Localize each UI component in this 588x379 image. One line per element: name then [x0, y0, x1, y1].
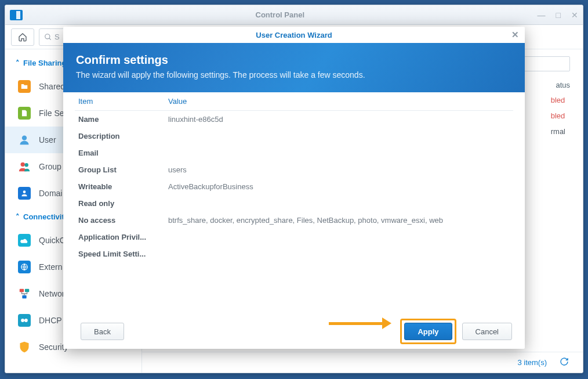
- section-label: Connectivity: [23, 212, 68, 221]
- group-icon: [18, 160, 31, 173]
- user-icon: [18, 133, 31, 146]
- user-creation-wizard: User Creation Wizard ✕ Confirm settings …: [63, 27, 525, 349]
- svg-point-3: [24, 163, 28, 167]
- search-placeholder: S: [55, 33, 60, 41]
- cancel-button[interactable]: Cancel: [462, 323, 512, 340]
- sidebar-item-label: Shared: [39, 82, 65, 91]
- table-row[interactable]: Application Privil...: [75, 229, 513, 246]
- column-status[interactable]: atus: [556, 81, 570, 89]
- list-footer: 3 item(s): [142, 352, 583, 373]
- row-item: Speed Limit Setti...: [78, 250, 168, 258]
- modal-banner: Confirm settings The wizard will apply t…: [63, 43, 525, 92]
- table-row[interactable]: Group Listusers: [75, 161, 513, 178]
- item-count: 3 item(s): [517, 358, 547, 367]
- section-label: File Sharing: [23, 59, 66, 67]
- row-item: Name: [78, 115, 168, 124]
- table-row[interactable]: Description: [75, 128, 513, 145]
- svg-point-9: [21, 319, 24, 322]
- row-item: Email: [78, 149, 168, 157]
- domain-icon: [18, 187, 31, 200]
- row-value: [168, 250, 510, 258]
- svg-point-10: [24, 319, 28, 322]
- row-value: [168, 149, 510, 157]
- chevron-up-icon: ˄: [16, 59, 20, 67]
- globe-icon: [18, 261, 31, 273]
- row-value: [168, 132, 510, 140]
- svg-point-2: [21, 163, 25, 167]
- app-icon: [10, 10, 23, 20]
- svg-point-0: [45, 34, 50, 38]
- chevron-up-icon: ˄: [16, 212, 20, 221]
- home-button[interactable]: [11, 28, 34, 46]
- row-item: Writeable: [78, 182, 168, 191]
- table-row[interactable]: WriteableActiveBackupforBusiness: [75, 178, 513, 195]
- row-value: [168, 199, 510, 208]
- callout-arrow: [329, 317, 391, 329]
- col-value[interactable]: Value: [168, 97, 187, 106]
- status-normal: rmal: [551, 127, 565, 136]
- svg-rect-7: [25, 289, 29, 293]
- modal-title: User Creation Wizard: [256, 31, 332, 39]
- sidebar-item-label: User: [39, 135, 56, 145]
- apply-button[interactable]: Apply: [404, 323, 452, 340]
- svg-point-4: [23, 190, 26, 193]
- search-icon: [44, 33, 52, 41]
- sidebar-item-label: Networ: [39, 289, 64, 298]
- cloud-icon: [18, 234, 31, 247]
- row-item: Group List: [78, 165, 168, 174]
- sidebar-item-label: Domai: [39, 189, 62, 198]
- row-value: ActiveBackupforBusiness: [168, 182, 510, 191]
- row-value: btrfs_share, docker, encrypted_share, Fi…: [168, 216, 510, 225]
- status-disabled: bled: [551, 111, 565, 120]
- settings-table: Item Value Namelinuxhint-e86c5dDescripti…: [63, 92, 525, 314]
- status-column-values: bled bled rmal: [551, 96, 565, 143]
- svg-rect-8: [22, 295, 26, 299]
- window-title: Control Panel: [23, 10, 538, 19]
- table-row[interactable]: Namelinuxhint-e86c5d: [75, 111, 513, 128]
- file-swap-icon: [18, 107, 31, 120]
- maximize-button[interactable]: □: [556, 10, 561, 20]
- row-value: linuxhint-e86c5d: [168, 115, 510, 124]
- apply-highlight: Apply: [400, 319, 456, 344]
- col-item[interactable]: Item: [78, 97, 168, 106]
- row-value: [168, 233, 510, 241]
- table-row[interactable]: Read only: [75, 195, 513, 212]
- table-row[interactable]: No accessbtrfs_share, docker, encrypted_…: [75, 212, 513, 229]
- row-item: Description: [78, 132, 168, 140]
- sidebar-item-label: File Se: [39, 109, 64, 118]
- back-button[interactable]: Back: [81, 323, 124, 340]
- reload-button[interactable]: [560, 357, 569, 368]
- svg-point-1: [22, 136, 27, 140]
- sidebar-item-label: Extern: [39, 262, 62, 272]
- table-header: Item Value: [75, 92, 513, 111]
- table-row[interactable]: Email: [75, 145, 513, 161]
- modal-titlebar: User Creation Wizard ✕: [63, 27, 525, 43]
- titlebar: Control Panel — □ ✕: [5, 5, 583, 25]
- row-item: Application Privil...: [78, 233, 168, 241]
- modal-heading: Confirm settings: [76, 53, 512, 67]
- reload-icon: [560, 357, 569, 366]
- minimize-button[interactable]: —: [538, 10, 546, 20]
- modal-footer: Back Apply Cancel: [63, 314, 525, 349]
- home-icon: [18, 33, 27, 42]
- table-row[interactable]: Speed Limit Setti...: [75, 246, 513, 262]
- modal-subtext: The wizard will apply the following sett…: [76, 70, 512, 80]
- close-window-button[interactable]: ✕: [571, 10, 578, 20]
- status-disabled: bled: [551, 96, 565, 104]
- shield-icon: [18, 341, 31, 353]
- row-item: Read only: [78, 199, 168, 208]
- sidebar-item-label: Group: [39, 162, 61, 171]
- modal-close-button[interactable]: ✕: [511, 30, 519, 40]
- sidebar-item-label: QuickC: [39, 236, 66, 245]
- svg-rect-6: [20, 289, 24, 293]
- row-value: users: [168, 165, 510, 174]
- network-icon: [18, 287, 31, 300]
- folder-share-icon: [18, 80, 31, 93]
- dhcp-icon: [18, 314, 31, 327]
- row-item: No access: [78, 216, 168, 225]
